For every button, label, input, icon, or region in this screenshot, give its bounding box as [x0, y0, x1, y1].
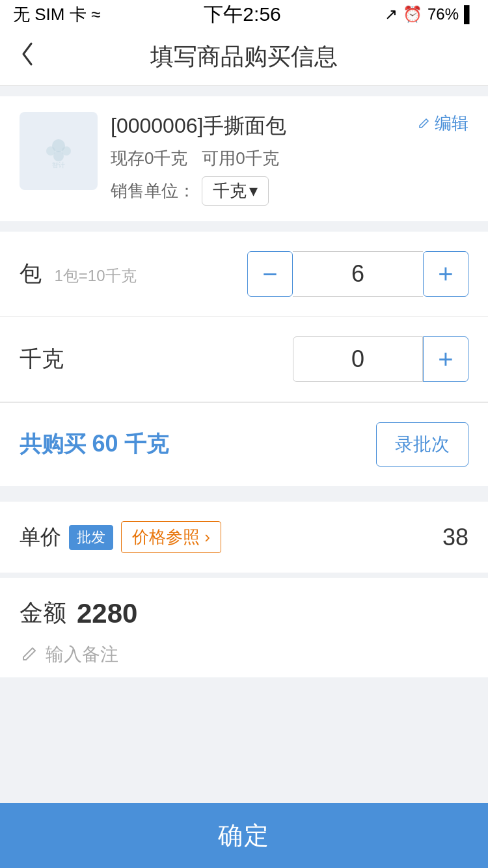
nav-bar: 填写商品购买信息	[0, 29, 488, 86]
batch-button[interactable]: 录批次	[376, 422, 468, 467]
amount-label: 金额	[20, 597, 66, 629]
price-ref-button[interactable]: 价格参照 ›	[121, 521, 221, 553]
unit-label-kg: 千克	[20, 346, 64, 371]
amount-section: 金额 2280 输入备注	[0, 573, 488, 677]
increase-button-bao[interactable]: +	[423, 251, 468, 297]
status-right: ↗ ⏰ 76% ▌	[385, 5, 475, 23]
price-label: 单价	[20, 523, 61, 552]
unit-select[interactable]: 千克 ▾	[202, 176, 269, 206]
amount-row: 金额 2280	[20, 597, 468, 629]
quantity-row-kg: 千克 +	[0, 317, 488, 402]
quantity-controls-bao: − +	[247, 251, 468, 297]
quantity-row-bao: 包 1包=10千克 − +	[0, 232, 488, 317]
quantity-input-kg[interactable]	[293, 336, 423, 382]
status-bar: 无 SIM 卡 ≈ 下午2:56 ↗ ⏰ 76% ▌	[0, 0, 488, 29]
total-row: 共购买 60 千克 录批次	[0, 402, 488, 486]
status-time: 下午2:56	[204, 1, 280, 28]
price-row: 单价 批发 价格参照 › 38	[20, 521, 468, 553]
unit-label-bao: 包	[20, 261, 42, 286]
status-left: 无 SIM 卡 ≈	[13, 3, 100, 26]
price-section: 单价 批发 价格参照 › 38	[0, 496, 488, 573]
remark-row[interactable]: 输入备注	[20, 642, 468, 667]
product-stock: 现存0千克 可用0千克	[111, 147, 468, 170]
product-info: [0000006]手撕面包 编辑 现存0千克 可用0千克 销售单位： 千克 ▾	[111, 112, 468, 206]
total-text: 共购买 60 千克	[20, 429, 169, 459]
battery-icon: ▌	[464, 5, 475, 23]
increase-button-kg[interactable]: +	[423, 336, 468, 382]
decrease-button-bao[interactable]: −	[247, 251, 293, 297]
amount-value: 2280	[77, 598, 137, 629]
back-button[interactable]	[20, 41, 35, 73]
chevron-down-icon: ▾	[249, 181, 258, 201]
product-name: [0000006]手撕面包	[111, 112, 286, 141]
quantity-section: 包 1包=10千克 − + 千克 +	[0, 232, 488, 402]
edit-button[interactable]: 编辑	[418, 112, 468, 135]
product-card: 智计 [0000006]手撕面包 编辑 现存0千克 可用0千克 销售单位： 千克…	[0, 96, 488, 221]
price-left: 单价 批发 价格参照 ›	[20, 521, 221, 553]
unit-hint-bao: 1包=10千克	[54, 267, 136, 284]
location-icon: ↗	[385, 5, 398, 23]
confirm-button[interactable]: 确定	[218, 819, 270, 852]
quantity-input-bao[interactable]	[293, 251, 423, 297]
sim-signal: 无 SIM 卡 ≈	[13, 3, 100, 26]
remark-placeholder: 输入备注	[46, 642, 118, 667]
page-title: 填写商品购买信息	[150, 41, 338, 73]
pencil-icon	[20, 645, 38, 664]
battery-percent: 76%	[427, 5, 459, 23]
confirm-bar[interactable]: 确定	[0, 803, 488, 868]
alarm-icon: ⏰	[403, 5, 422, 23]
product-image: 智计	[20, 112, 98, 190]
svg-point-3	[53, 151, 64, 161]
quantity-controls-kg: +	[293, 336, 468, 382]
svg-text:智计: 智计	[52, 161, 65, 169]
price-badge: 批发	[69, 525, 113, 550]
product-unit-row: 销售单位： 千克 ▾	[111, 176, 468, 206]
price-value: 38	[442, 524, 468, 551]
